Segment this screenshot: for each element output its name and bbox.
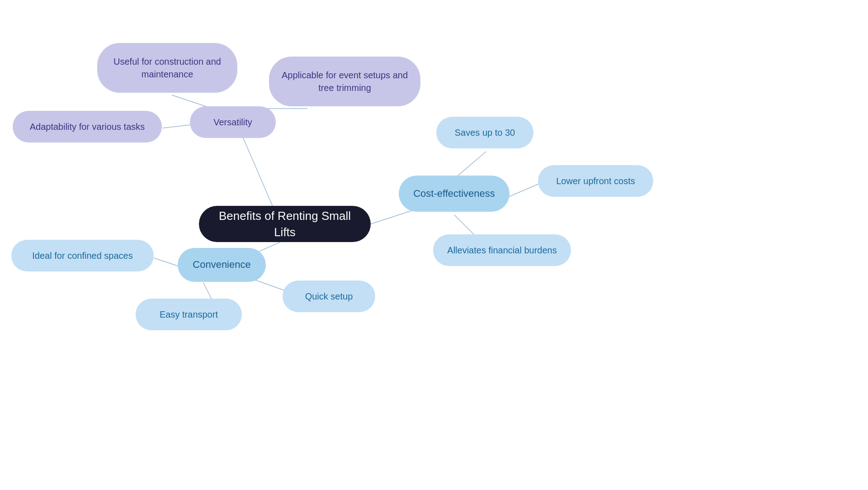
saves-30-node: Saves up to 30 — [436, 117, 533, 148]
versatility-node: Versatility — [190, 106, 276, 138]
useful-construction-node: Useful for construction and maintenance — [97, 43, 237, 93]
easy-transport-node: Easy transport — [136, 299, 242, 330]
lower-costs-label: Lower upfront costs — [556, 175, 635, 187]
ideal-confined-node: Ideal for confined spaces — [11, 240, 154, 271]
ideal-confined-label: Ideal for confined spaces — [32, 249, 132, 262]
adaptability-node: Adaptability for various tasks — [13, 111, 162, 143]
svg-line-7 — [509, 183, 540, 197]
convenience-label: Convenience — [193, 258, 250, 272]
center-label: Benefits of Renting Small Lifts — [210, 208, 360, 241]
versatility-label: Versatility — [213, 116, 252, 128]
svg-line-9 — [154, 258, 181, 267]
easy-transport-label: Easy transport — [160, 308, 218, 321]
adaptability-label: Adaptability for various tasks — [30, 120, 145, 133]
alleviates-node: Alleviates financial burdens — [433, 234, 571, 266]
convenience-node: Convenience — [178, 248, 266, 282]
cost-effectiveness-label: Cost-effectiveness — [413, 187, 495, 201]
applicable-event-node: Applicable for event setups and tree tri… — [269, 57, 420, 106]
quick-setup-label: Quick setup — [305, 290, 353, 303]
cost-effectiveness-node: Cost-effectiveness — [399, 176, 509, 212]
saves-30-label: Saves up to 30 — [455, 126, 515, 139]
svg-line-6 — [454, 152, 486, 179]
alleviates-label: Alleviates financial burdens — [447, 244, 557, 257]
applicable-event-label: Applicable for event setups and tree tri… — [280, 69, 410, 94]
center-node: Benefits of Renting Small Lifts — [199, 206, 371, 242]
svg-line-10 — [203, 283, 212, 301]
quick-setup-node: Quick setup — [283, 281, 375, 312]
useful-construction-label: Useful for construction and maintenance — [108, 55, 226, 81]
lower-costs-node: Lower upfront costs — [538, 165, 653, 197]
svg-line-5 — [163, 124, 194, 128]
